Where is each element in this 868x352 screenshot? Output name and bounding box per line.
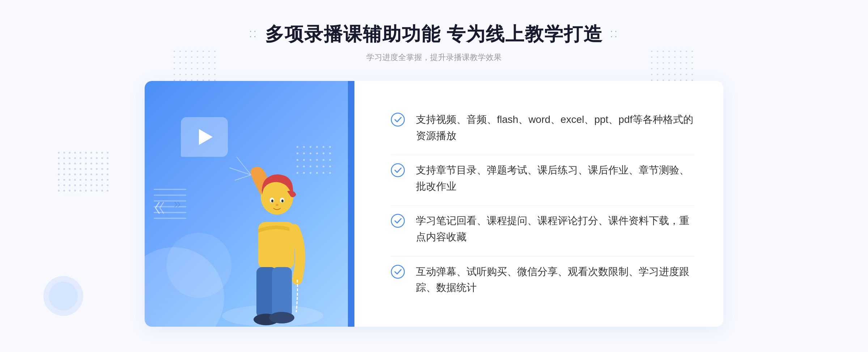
svg-point-11: [271, 199, 273, 202]
feature-text-1: 支持视频、音频、flash、word、excel、ppt、pdf等各种格式的资源…: [416, 112, 694, 144]
dots-decoration-left-top: for(let i=0;i<48;i++) document.currentSc…: [174, 51, 217, 82]
features-panel: 支持视频、音频、flash、word、excel、ppt、pdf等各种格式的资源…: [354, 81, 723, 327]
feature-item-4: 互动弹幕、试听购买、微信分享、观看次数限制、学习进度跟踪、数据统计: [391, 256, 694, 304]
left-chevrons: »: [174, 197, 181, 210]
page-container: for(let i=0;i<48;i++) document.currentSc…: [0, 0, 868, 352]
decorator-left: ⁚⁚: [249, 29, 258, 39]
svg-point-20: [391, 214, 404, 227]
svg-point-17: [269, 312, 294, 323]
play-icon: [199, 129, 213, 145]
feature-text-3: 学习笔记回看、课程提问、课程评论打分、课件资料下载，重点内容收藏: [416, 213, 694, 245]
svg-point-13: [276, 204, 278, 206]
subtitle: 学习进度全掌握，提升录播课教学效果: [249, 52, 619, 63]
svg-point-19: [391, 164, 404, 177]
svg-point-21: [391, 265, 404, 278]
check-icon-1: [391, 112, 405, 127]
main-title: 多项录播课辅助功能 专为线上教学打造: [265, 22, 603, 47]
content-area: » for(let i=0;i<30;i++) document.current…: [145, 81, 723, 327]
decorator-right: ⁚⁚: [610, 29, 619, 39]
feature-item-1: 支持视频、音频、flash、word、excel、ppt、pdf等各种格式的资源…: [391, 104, 694, 151]
feature-text-2: 支持章节目录、弹题考试、课后练习、课后作业、章节测验、批改作业: [416, 162, 694, 195]
outside-circle-deco: [43, 276, 83, 316]
feature-item-3: 学习笔记回看、课程提问、课程评论打分、课件资料下载，重点内容收藏: [391, 205, 694, 253]
left-chevron-icon: [152, 199, 170, 218]
header-section: ⁚⁚ 多项录播课辅助功能 专为线上教学打造 ⁚⁚ 学习进度全掌握，提升录播课教学…: [249, 22, 619, 63]
accent-bar: [348, 81, 354, 327]
svg-rect-15: [272, 267, 292, 318]
svg-point-12: [281, 199, 284, 202]
dots-decoration-right-top: for(let i=0;i<48;i++) document.currentSc…: [651, 51, 694, 82]
check-icon-4: [391, 265, 405, 279]
header-decorators: ⁚⁚ 多项录播课辅助功能 专为线上教学打造 ⁚⁚: [249, 22, 619, 47]
check-icon-3: [391, 214, 405, 228]
feature-text-4: 互动弹幕、试听购买、微信分享、观看次数限制、学习进度跟踪、数据统计: [416, 264, 694, 296]
person-figure: [215, 128, 331, 327]
dots-left-mid: for(let i=0;i<80;i++) document.currentSc…: [58, 152, 109, 192]
check-icon-2: [391, 163, 405, 177]
feature-item-2: 支持章节目录、弹题考试、课后练习、课后作业、章节测验、批改作业: [391, 155, 694, 202]
svg-point-18: [391, 113, 404, 126]
